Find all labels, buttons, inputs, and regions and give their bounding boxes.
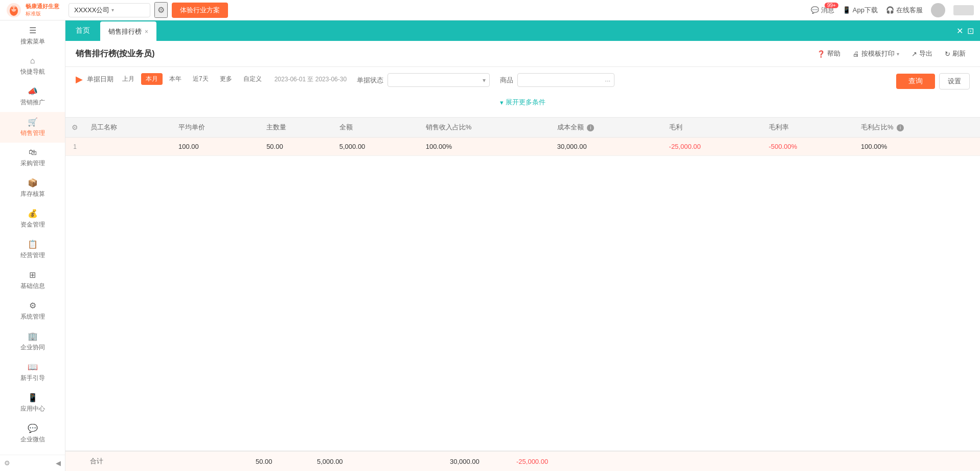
tab-close-button[interactable]: × — [145, 28, 148, 35]
total-cost: 30,000.00 — [450, 458, 516, 465]
sales-icon: 🛒 — [28, 117, 38, 127]
print-dropdown-arrow: ▾ — [897, 51, 899, 57]
page-actions: ❓ 帮助 🖨 按模板打印 ▾ ↗ 导出 ↻ — [813, 47, 970, 66]
content-area: 首页 销售排行榜 × ✕ ⊡ 销售排行榜(按业务员) ❓ — [65, 20, 980, 471]
online-service-button[interactable]: 🎧 在线客服 — [886, 6, 923, 15]
date-tab-this-month[interactable]: 本月 — [141, 73, 163, 85]
date-tab-last-month[interactable]: 上月 — [118, 73, 139, 85]
row-gross-rate: -500.00% — [763, 138, 855, 156]
expand-more-button[interactable]: ▾ 展开更多条件 — [76, 94, 970, 111]
sidebar-item-corp[interactable]: 🏢 企业协同 — [0, 326, 65, 357]
sidebar-item-sales[interactable]: 🛒 销售管理 — [0, 112, 65, 143]
system-icon: ⚙ — [29, 301, 36, 310]
date-tab-7days[interactable]: 近7天 — [188, 73, 213, 85]
company-selector[interactable]: XXXXX公司 ▾ — [69, 3, 150, 17]
inventory-icon: 📦 — [28, 178, 38, 188]
tab-minimize-button[interactable]: ✕ — [956, 26, 963, 36]
app-logo: 畅康通好生意 标准版 — [6, 3, 62, 18]
finance-icon: 💰 — [28, 209, 38, 218]
filter-expand-icon[interactable]: ▶ — [76, 74, 83, 85]
goods-more-dots[interactable]: ··· — [605, 76, 610, 84]
row-gross-ratio: 100.00% — [855, 138, 980, 156]
col-qty: 主数量 — [260, 118, 333, 138]
date-tab-more[interactable]: 更多 — [215, 73, 237, 85]
marketing-icon: 📣 — [28, 86, 38, 96]
guide-icon: 📖 — [28, 362, 38, 372]
filter-section: ▶ 单据日期 上月 本月 本年 近7天 更多 自定义 20 — [65, 67, 980, 118]
col-gross: 毛利 — [663, 118, 763, 138]
row-cost: 30,000.00 — [551, 138, 663, 156]
table-area: ⚙ 员工名称 平均单价 主数量 全额 销售收入占比% 成本全额 i — [65, 118, 980, 284]
col-amount: 全额 — [333, 118, 420, 138]
date-tab-this-year[interactable]: 本年 — [165, 73, 186, 85]
apps-icon: 📱 — [28, 393, 38, 402]
sidebar-settings-icon[interactable]: ⚙ — [4, 459, 10, 467]
filter-grid: ▶ 单据日期 上月 本月 本年 近7天 更多 自定义 20 — [76, 73, 970, 89]
help-button[interactable]: ❓ 帮助 — [813, 47, 845, 60]
basic-icon: ⊞ — [29, 270, 36, 280]
expand-down-icon: ▾ — [500, 99, 504, 106]
goods-filter-group: 商品 ··· — [500, 73, 614, 87]
sidebar-item-apps[interactable]: 📱 应用中心 — [0, 388, 65, 418]
sidebar-item-guide[interactable]: 📖 新手引导 — [0, 357, 65, 388]
col-gross-ratio: 毛利占比% i — [855, 118, 980, 138]
row-amount: 5,000.00 — [333, 138, 420, 156]
col-sales-ratio: 销售收入占比% — [420, 118, 551, 138]
sidebar-item-inventory[interactable]: 📦 库存核算 — [0, 173, 65, 204]
sidebar-item-marketing[interactable]: 📣 营销推广 — [0, 81, 65, 112]
purchase-icon: 🛍 — [29, 148, 37, 157]
tab-sales-ranking[interactable]: 销售排行榜 × — [100, 21, 156, 42]
table-spacer — [65, 284, 980, 451]
row-qty: 50.00 — [260, 138, 333, 156]
cost-info-icon[interactable]: i — [587, 124, 594, 131]
goods-input[interactable] — [517, 73, 614, 87]
data-table: ⚙ 员工名称 平均单价 主数量 全额 销售收入占比% 成本全额 i — [65, 118, 980, 156]
company-settings-button[interactable]: ⚙ — [154, 2, 168, 18]
sidebar: ☰ 搜索菜单 ⌂ 快捷导航 📣 营销推广 🛒 销售管理 — [0, 20, 65, 471]
search-menu-icon: ☰ — [29, 26, 36, 35]
filter-right-actions: 查询 设置 — [896, 73, 970, 89]
gross-ratio-info-icon[interactable]: i — [897, 124, 904, 131]
total-gross: -25,000.00 — [516, 458, 573, 465]
top-bar-right: 💬 消息 99+ 📱 App下载 🎧 在线客服 — [811, 3, 974, 17]
page-title: 销售排行榜(按业务员) — [76, 49, 155, 65]
sidebar-nav: ☰ 搜索菜单 ⌂ 快捷导航 📣 营销推广 🛒 销售管理 — [0, 20, 65, 455]
table-settings-icon[interactable]: ⚙ — [72, 123, 78, 131]
print-button[interactable]: 🖨 按模板打印 ▾ — [849, 47, 903, 60]
help-icon: ❓ — [817, 50, 825, 58]
sidebar-item-finance[interactable]: 💰 资金管理 — [0, 204, 65, 234]
sidebar-item-purchase[interactable]: 🛍 采购管理 — [0, 143, 65, 173]
set-button[interactable]: 设置 — [939, 73, 970, 89]
export-button[interactable]: ↗ 导出 — [907, 47, 937, 60]
tab-home[interactable]: 首页 — [65, 20, 100, 41]
status-filter-label: 单据状态 — [357, 76, 383, 85]
query-button[interactable]: 查询 — [896, 74, 935, 89]
expand-more-row: ▾ 展开更多条件 — [76, 94, 970, 111]
sidebar-item-wechat[interactable]: 💬 企业微信 — [0, 418, 65, 449]
message-button[interactable]: 💬 消息 99+ — [811, 6, 834, 15]
col-settings: ⚙ — [65, 118, 84, 138]
sidebar-item-search[interactable]: ☰ 搜索菜单 — [0, 20, 65, 51]
status-select[interactable] — [388, 73, 490, 87]
date-filter-group: ▶ 单据日期 上月 本月 本年 近7天 更多 自定义 20 — [76, 73, 347, 85]
sidebar-item-operations[interactable]: 📋 经营管理 — [0, 234, 65, 265]
row-name — [84, 138, 172, 156]
sidebar-collapse-icon[interactable]: ◀ — [56, 459, 61, 467]
status-select-wrapper — [388, 73, 490, 87]
sidebar-item-member[interactable]: V 畅会员 — [0, 449, 65, 455]
export-icon: ↗ — [911, 50, 917, 58]
date-range-display: 2023-06-01 至 2023-06-30 — [275, 75, 347, 84]
tab-fullscreen-button[interactable]: ⊡ — [967, 26, 974, 36]
trial-industry-button[interactable]: 体验行业方案 — [172, 3, 228, 18]
refresh-button[interactable]: ↻ 刷新 — [941, 47, 970, 60]
date-tab-custom[interactable]: 自定义 — [239, 73, 266, 85]
total-row: 合计 50.00 5,000.00 30,000.00 -25,000.00 — [65, 452, 980, 471]
app-download-button[interactable]: 📱 App下载 — [842, 6, 878, 15]
tab-bar: 首页 销售排行榜 × ✕ ⊡ — [65, 20, 980, 41]
avatar[interactable] — [931, 3, 945, 17]
sidebar-item-basic[interactable]: ⊞ 基础信息 — [0, 265, 65, 296]
sidebar-item-system[interactable]: ⚙ 系统管理 — [0, 296, 65, 326]
row-gross: -25,000.00 — [663, 138, 763, 156]
sidebar-item-shortcut[interactable]: ⌂ 快捷导航 — [0, 51, 65, 81]
table-row: 1 100.00 50.00 5,000.00 100.00% 30,000.0… — [65, 138, 980, 156]
